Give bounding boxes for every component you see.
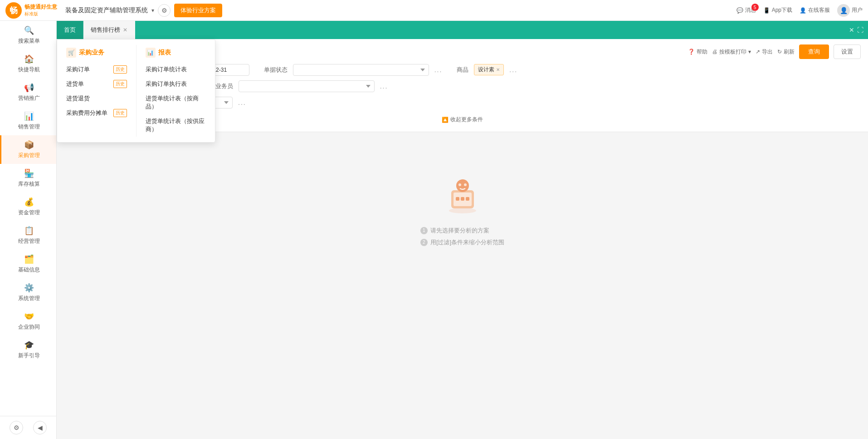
tab-close-icon[interactable]: ✕ [123,27,127,33]
sales-icon: 📊 [24,111,34,121]
industry-button[interactable]: 体验行业方案 [174,4,222,17]
tab-close-all-icon[interactable]: ✕ [849,26,854,34]
export-label: 导出 [762,48,773,56]
messages-action[interactable]: 💬 消息 5 [736,6,756,14]
purchase-business-col: 🛒 采购业务 采购订单 历史 进货单 历史 进货退货 [57,45,136,137]
avatar: 👤 [837,4,850,17]
purchase-col-icon: 🛒 [66,48,76,58]
app-download-label: App下载 [772,6,792,14]
sidebar-item-newbie[interactable]: 🎓 新手引导 [0,335,56,364]
settings-icon-btn[interactable]: ⚙ [158,4,171,17]
expense-label: 采购费用分摊单 [66,109,107,117]
reports-col: 📊 报表 采购订单统计表 采购订单执行表 进货单统计表（按商品） 进货单统计表（… [136,45,215,137]
dropdown-item-return[interactable]: 进货退货 [63,91,131,106]
sidebar-collapse-btn[interactable]: ◀ [33,421,47,434]
goods-tag-text: 设计素 [478,66,494,74]
svg-rect-7 [461,197,464,201]
online-service-action[interactable]: 👤 在线客服 [800,6,830,14]
dropdown-item-inbound-stats-supplier[interactable]: 进货单统计表（按供应商） [142,114,210,137]
sidebar-bottom: ⚙ ◀ [0,416,56,439]
dropdown-item-inbound[interactable]: 进货单 历史 [63,77,131,91]
sidebar-label-sys-mgmt: 系统管理 [18,295,40,302]
content-area: 首页 销售排行榜 ✕ ✕ ⛶ ❓ 帮助 [57,21,868,439]
sidebar-item-operation[interactable]: 📋 经营管理 [0,221,56,250]
sidebar-label-inventory: 库存核算 [18,180,40,188]
sidebar-label-purchase: 采购管理 [18,152,40,159]
dropdown-item-order-stats[interactable]: 采购订单统计表 [142,62,210,77]
header-left: 畅 畅捷通好生意 标准版 装备及固定资产辅助管理系统 ▾ ⚙ 体验行业方案 [5,2,222,19]
capital-icon: 💰 [24,197,34,207]
svg-point-5 [464,183,467,186]
dropdown-item-purchase-order[interactable]: 采购订单 历史 [63,62,131,77]
print-btn[interactable]: 🖨 按模板打印 ▾ [712,48,751,56]
purchase-order-label: 采购订单 [66,65,90,74]
tip-item-1: 1 请先选择要分析的方案 [420,225,504,237]
search-menu-icon: 🔍 [24,25,34,35]
sidebar-item-quick-nav[interactable]: 🏠 快捷导航 [0,49,56,78]
tab-expand-icon[interactable]: ⛶ [857,26,863,34]
app-download-action[interactable]: 📱 App下载 [763,6,792,14]
sidebar-settings-btn[interactable]: ⚙ [10,421,23,434]
sidebar-label-enterprise: 企业协同 [18,323,40,331]
sidebar-label-sales: 销售管理 [18,123,40,131]
mobile-icon: 📱 [763,7,770,14]
sidebar-item-capital[interactable]: 💰 资金管理 [0,192,56,221]
inventory-icon: 🏪 [24,168,34,178]
logo-text: 畅捷通好生意 标准版 [24,4,57,17]
online-service-label: 在线客服 [808,6,830,14]
quick-nav-icon: 🏠 [24,54,34,64]
doc-status-label: 单据状态 [264,66,288,74]
sidebar-item-purchase[interactable]: 📦 采购管理 [0,135,56,164]
tab-home[interactable]: 首页 [57,21,83,39]
svg-point-0 [449,208,476,213]
dropdown-item-expense[interactable]: 采购费用分摊单 历史 [63,106,131,120]
sidebar-label-search-menu: 搜索菜单 [18,37,40,45]
sidebar-item-enterprise[interactable]: 🤝 企业协同 [0,307,56,335]
sidebar-item-search-menu[interactable]: 🔍 搜索菜单 [0,21,56,49]
salesperson-more[interactable]: ... [380,83,388,90]
collapse-arrow-icon: 🔼 [442,117,449,123]
purchase-col-header: 🛒 采购业务 [63,45,131,60]
header-right: 💬 消息 5 📱 App下载 👤 在线客服 👤 用户 [736,4,863,17]
refresh-btn[interactable]: ↻ 刷新 [777,48,795,56]
purchase-order-history-tag: 历史 [113,65,127,74]
user-action[interactable]: 👤 用户 [837,4,863,17]
sidebar-item-marketing[interactable]: 📢 营销推广 [0,78,56,107]
expense-history-tag: 历史 [113,109,127,117]
goods-tag-close[interactable]: ✕ [496,67,500,72]
sidebar-item-sales[interactable]: 📊 销售管理 [0,107,56,135]
inbound-label: 进货单 [66,80,84,88]
sidebar-item-basic-info[interactable]: 🗂️ 基础信息 [0,250,56,278]
top-header: 畅 畅捷通好生意 标准版 装备及固定资产辅助管理系统 ▾ ⚙ 体验行业方案 💬 … [0,0,868,21]
empty-illustration [440,172,485,217]
sidebar-item-sys-mgmt[interactable]: ⚙️ 系统管理 [0,278,56,307]
collapse-btn[interactable]: 🔼 收起更多条件 [442,113,483,126]
customer-more[interactable]: ... [238,99,246,106]
doc-status-select[interactable] [293,64,429,76]
purchase-dropdown-menu: 🛒 采购业务 采购订单 历史 进货单 历史 进货退货 [57,39,215,143]
system-name: 装备及固定资产辅助管理系统 [65,6,148,15]
sidebar-label-basic-info: 基础信息 [18,266,40,274]
logo-icon: 畅 [5,2,22,19]
order-exec-label: 采购订单执行表 [146,80,187,88]
dropdown-item-order-exec[interactable]: 采购订单执行表 [142,77,210,91]
tip-text-1: 请先选择要分析的方案 [430,225,489,237]
query-button[interactable]: 查询 [799,44,829,59]
doc-status-more[interactable]: ... [434,66,443,74]
goods-more[interactable]: ... [509,66,517,74]
tip-item-2: 2 用[过滤]条件来缩小分析范围 [420,237,504,248]
messages-badge: 5 [751,4,759,11]
sidebar-item-inventory[interactable]: 🏪 库存核算 [0,164,56,192]
system-dropdown[interactable]: ▾ [151,7,154,14]
settings-button[interactable]: 设置 [834,44,861,59]
help-btn[interactable]: ❓ 帮助 [688,48,707,56]
sidebar-label-operation: 经营管理 [18,237,40,245]
export-btn[interactable]: ↗ 导出 [756,48,773,56]
salesperson-select[interactable] [239,80,375,92]
dropdown-item-inbound-stats-goods[interactable]: 进货单统计表（按商品） [142,91,210,114]
sales-ranking-tab-label: 销售排行榜 [91,26,120,34]
tab-sales-ranking[interactable]: 销售排行榜 ✕ [83,21,135,39]
tab-bar-right: ✕ ⛶ [844,21,868,39]
inbound-stats-goods-label: 进货单统计表（按商品） [146,94,206,111]
service-icon: 👤 [800,7,806,14]
